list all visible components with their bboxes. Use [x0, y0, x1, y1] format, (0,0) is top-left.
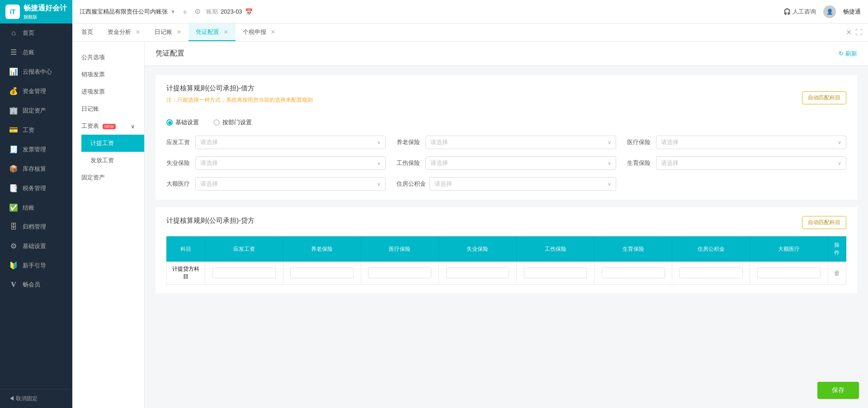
td-delete[interactable]: 🗑	[828, 262, 846, 285]
save-button[interactable]: 保存	[817, 382, 859, 399]
left-nav-sales[interactable]: 销项发票	[72, 66, 144, 83]
sidebar-item-tax[interactable]: 📑税务管理	[0, 178, 72, 198]
tab-bar: 首页 资金分析 ✕ 日记账 ✕ 凭证配置 ✕ 个税申报 ✕ ✕ ⛶	[72, 23, 868, 42]
input-dyyl[interactable]	[757, 267, 821, 278]
sidebar-label-assets: 固定资产	[23, 107, 46, 115]
salary-table-label: 工资表 NEW	[81, 122, 116, 130]
sidebar-item-settings[interactable]: ⚙基础设置	[0, 236, 72, 256]
sidebar-item-assets[interactable]: 🏢固定资产	[0, 101, 72, 120]
sidebar-collapse-button[interactable]: ◀ 取消固定	[0, 389, 72, 408]
logo-icon: iT	[5, 5, 20, 19]
left-nav-payroll[interactable]: 计提工资	[81, 135, 144, 152]
sidebar-item-archive[interactable]: 🗄归档管理	[0, 217, 72, 236]
field-select-ylbx[interactable]: 请选择 ∨	[425, 136, 616, 149]
radio-basic[interactable]: 基础设置	[166, 118, 199, 127]
panel-header: 凭证配置 ↻ 刷新	[145, 42, 868, 66]
company-dropdown-icon: ▼	[170, 9, 175, 14]
field-select-yfgz[interactable]: 请选择 ∨	[195, 136, 386, 149]
td-dyyl[interactable]	[750, 262, 828, 285]
input-sybx2[interactable]	[602, 267, 665, 278]
sidebar-nav: ⌂首页 ☰总账 📊云报表中心 💰资金管理 🏢固定资产 💳工资 🧾发票管理 📦库存…	[0, 23, 72, 389]
sidebar-item-inventory[interactable]: 📦库存核算	[0, 159, 72, 178]
tab-voucher-close[interactable]: ✕	[224, 29, 228, 35]
td-ylbx[interactable]	[283, 262, 361, 285]
tab-tax-close[interactable]: ✕	[271, 29, 275, 35]
credit-section-title: 计提核算规则(公司承担)-贷方	[166, 216, 255, 225]
sidebar-item-guide[interactable]: 🔰新手引导	[0, 256, 72, 275]
tab-close-all-icon[interactable]: ✕	[846, 28, 852, 37]
sidebar-item-ledger[interactable]: ☰总账	[0, 42, 72, 62]
input-sybx[interactable]	[446, 267, 509, 278]
left-nav-fixed-assets[interactable]: 固定资产	[72, 169, 144, 186]
credit-section-header-row: 计提核算规则(公司承担)-贷方 自动匹配科目	[166, 216, 846, 229]
sidebar-item-reports[interactable]: 📊云报表中心	[0, 62, 72, 81]
tab-home[interactable]: 首页	[74, 23, 100, 41]
field-select-gsbx[interactable]: 请选择 ∨	[425, 156, 616, 170]
td-sybx2[interactable]	[594, 262, 672, 285]
credit-auto-match-button[interactable]: 自动匹配科目	[802, 216, 846, 229]
service-label: 人工咨询	[793, 8, 816, 16]
service-button[interactable]: 🎧 人工咨询	[783, 8, 816, 16]
collapse-label: ◀ 取消固定	[9, 395, 38, 403]
add-company-button[interactable]: ＋	[181, 6, 189, 17]
tab-journal[interactable]: 日记账 ✕	[147, 23, 189, 41]
salary-icon: 💳	[9, 126, 18, 134]
field-label-sybx2: 生育保险	[627, 159, 652, 167]
left-nav-public[interactable]: 公共选项	[72, 49, 144, 66]
td-yfgz[interactable]	[205, 262, 283, 285]
th-dyyl: 大额医疗	[750, 237, 828, 262]
tab-expand-icon[interactable]: ⛶	[855, 28, 863, 37]
tab-funds-close[interactable]: ✕	[136, 29, 140, 35]
field-select-ylbx2[interactable]: 请选择 ∨	[656, 136, 846, 149]
tab-funds[interactable]: 资金分析 ✕	[100, 23, 147, 41]
field-select-dyyl[interactable]: 请选择 ∨	[195, 177, 386, 191]
input-gsbx[interactable]	[524, 267, 587, 278]
tab-journal-close[interactable]: ✕	[177, 29, 181, 35]
sidebar-item-checkout[interactable]: ✅结账	[0, 198, 72, 217]
company-selector[interactable]: 江西服宝精品有限责任公司内账张 ▼	[80, 8, 175, 16]
th-ylbx2: 医疗保险	[361, 237, 439, 262]
td-sybx[interactable]	[439, 262, 516, 285]
left-nav-purchase[interactable]: 进项发票	[72, 83, 144, 100]
chevron-down-icon-5: ∨	[608, 160, 611, 166]
field-select-sybx2[interactable]: 请选择 ∨	[656, 156, 846, 170]
sidebar-label-invoice: 发票管理	[23, 145, 46, 154]
sidebar-item-salary[interactable]: 💳工资	[0, 120, 72, 140]
calendar-icon[interactable]: 📅	[245, 8, 253, 15]
left-nav-pay-salary[interactable]: 发放工资	[81, 152, 144, 169]
td-zfgjj[interactable]	[672, 262, 750, 285]
radio-dept-dot	[213, 119, 220, 126]
left-nav-salary-table[interactable]: 工资表 NEW ∨	[72, 117, 144, 135]
input-yfgz[interactable]	[212, 267, 276, 278]
input-zfgjj[interactable]	[679, 267, 743, 278]
tab-voucher-label: 凭证配置	[196, 28, 219, 36]
th-ylbx: 养老保险	[283, 237, 361, 262]
left-nav-journal[interactable]: 日记账	[72, 100, 144, 117]
logo-title: 畅捷通好会计	[24, 4, 67, 13]
tab-tax[interactable]: 个税申报 ✕	[236, 23, 283, 41]
chevron-down-icon-2: ∨	[608, 140, 611, 145]
input-ylbx2[interactable]	[368, 267, 431, 278]
inventory-icon: 📦	[9, 164, 18, 173]
sidebar-label-archive: 归档管理	[23, 223, 46, 231]
sidebar-item-home[interactable]: ⌂首页	[0, 23, 72, 42]
field-select-zfgjj[interactable]: 请选择 ∨	[429, 177, 616, 191]
debit-auto-match-button[interactable]: 自动匹配科目	[802, 91, 846, 104]
refresh-button[interactable]: ↻ 刷新	[839, 50, 857, 58]
th-ops: 操作	[828, 237, 846, 262]
field-select-sybx[interactable]: 请选择 ∨	[195, 156, 386, 170]
tab-voucher[interactable]: 凭证配置 ✕	[189, 23, 236, 41]
chevron-down-icon-4: ∨	[377, 160, 381, 166]
td-ylbx2[interactable]	[361, 262, 439, 285]
field-placeholder-ylbx2: 请选择	[661, 138, 679, 146]
debit-section-note: 注：只能选择一种方式，系统将按照您当前的选择来配置规则	[166, 96, 313, 104]
delete-icon[interactable]: 🗑	[834, 269, 840, 277]
sidebar-item-vip[interactable]: V畅会员	[0, 275, 72, 294]
settings-button[interactable]: ⚙	[194, 7, 201, 16]
input-ylbx[interactable]	[290, 267, 354, 278]
td-gsbx[interactable]	[517, 262, 594, 285]
field-ylbx: 养老保险 请选择 ∨	[396, 136, 616, 149]
sidebar-item-invoice[interactable]: 🧾发票管理	[0, 140, 72, 159]
sidebar-item-funds[interactable]: 💰资金管理	[0, 81, 72, 101]
radio-dept[interactable]: 按部门设置	[213, 118, 252, 127]
